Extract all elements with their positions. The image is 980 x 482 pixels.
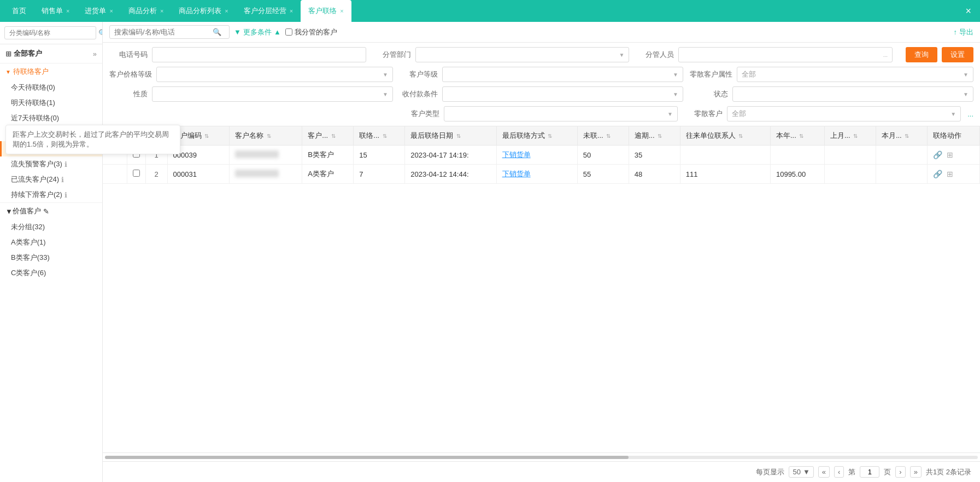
filter-manager-label: 分管人员 <box>636 50 674 60</box>
filter-phone-label: 电话号码 <box>109 50 148 60</box>
nav-purchase-close[interactable]: × <box>109 8 113 14</box>
more-filters-button[interactable]: ... <box>967 110 973 118</box>
sidebar-all-customers-title[interactable]: ⊞ 全部客户 » <box>0 44 102 63</box>
sidebar-item-declining[interactable]: 持续下滑客户(2) ℹ <box>0 187 102 202</box>
sidebar-search-input[interactable] <box>4 26 96 39</box>
filter-manager-select[interactable]: ... <box>678 47 893 62</box>
info-icon-2[interactable]: ℹ <box>64 160 67 169</box>
row1-link-icon[interactable]: 🔗 <box>933 150 942 159</box>
filter-retail-cust-select[interactable]: 全部 ▼ <box>727 106 961 121</box>
sidebar-item-b-class[interactable]: B类客户(33) <box>0 250 102 265</box>
sidebar-pending-contact-group[interactable]: ▼ 待联络客户 <box>0 63 102 80</box>
filter-cust-level-label: 客户等级 <box>400 69 438 79</box>
filter-department: 分管部门 ▼ <box>373 47 630 62</box>
sidebar-item-tomorrow-contact[interactable]: 明天待联络(1) <box>0 95 102 111</box>
per-page-chevron: ▼ <box>803 468 810 476</box>
horizontal-scrollbar[interactable] <box>103 452 980 461</box>
scroll-track <box>105 456 978 459</box>
filter-payment-select[interactable]: ▼ <box>442 86 683 102</box>
sidebar-item-c-class[interactable]: C类客户(6) <box>0 265 102 281</box>
row1-uncontacted: 50 <box>577 146 629 165</box>
filter-retail-attr-select[interactable]: 全部 ▼ <box>737 67 973 82</box>
settings-button[interactable]: 设置 <box>942 47 973 62</box>
col-overdue[interactable]: 逾期... ⇅ <box>629 126 680 146</box>
my-customers-checkbox[interactable] <box>285 28 292 36</box>
sidebar-item-today-contact[interactable]: 今天待联络(0) <box>0 80 102 95</box>
first-page-button[interactable]: « <box>818 466 830 478</box>
row1-last-way[interactable]: 下销货单 <box>496 146 577 165</box>
row2-checkbox[interactable] <box>127 165 145 184</box>
query-button[interactable]: 查询 <box>906 47 937 62</box>
per-page-select[interactable]: 50 ▼ <box>789 466 813 478</box>
nav-customer-contact-close[interactable]: × <box>340 8 343 14</box>
nav-product-analysis[interactable]: 商品分析 × <box>121 0 171 22</box>
row2-select-checkbox[interactable] <box>133 170 140 177</box>
sidebar-collapse-icon[interactable]: » <box>93 50 97 58</box>
prev-page-button[interactable]: ‹ <box>834 466 844 478</box>
sort-icon-person: ⇅ <box>738 133 743 139</box>
col-uncontacted[interactable]: 未联... ⇅ <box>577 126 629 146</box>
row2-code[interactable]: 000031 <box>167 165 230 184</box>
table-row: 2 000031 A类客户 7 <box>103 165 980 184</box>
nav-sales[interactable]: 销售单 × <box>34 0 77 22</box>
search-icon[interactable]: 🔍 <box>213 28 221 36</box>
filter-nature-select[interactable]: ▼ <box>152 86 393 102</box>
filter-payment: 收付款条件 ▼ <box>400 86 683 102</box>
edit-icon[interactable]: ✎ <box>43 207 49 216</box>
sidebar-value-customer-group[interactable]: ▼ 价值客户 ✎ <box>0 202 102 219</box>
nav-customer-contact[interactable]: 客户联络 × <box>301 0 351 22</box>
info-icon-3[interactable]: ℹ <box>61 176 64 184</box>
col-this-month[interactable]: 本月... ⇅ <box>876 126 927 146</box>
sidebar-item-churn-warning[interactable]: 流失预警客户(3) ℹ <box>0 156 102 172</box>
nav-home[interactable]: 首页 <box>4 0 34 22</box>
filter-cust-level-select[interactable]: ▼ <box>442 67 683 82</box>
col-last-date[interactable]: 最后联络日期 ⇅ <box>405 126 496 146</box>
row2-link-icon[interactable]: 🔗 <box>933 170 942 178</box>
col-last-way[interactable]: 最后联络方式 ⇅ <box>496 126 577 146</box>
page-number-input[interactable] <box>860 466 879 478</box>
scroll-thumb[interactable] <box>105 456 629 459</box>
sidebar-item-a-class[interactable]: A类客户(1) <box>0 235 102 250</box>
sidebar-item-ungrouped[interactable]: 未分组(32) <box>0 219 102 235</box>
nav-purchase[interactable]: 进货单 × <box>77 0 120 22</box>
window-close-button[interactable]: × <box>961 5 976 17</box>
col-contact-person[interactable]: 往来单位联系人 ⇅ <box>680 126 770 146</box>
filter-dept-select[interactable]: ▼ <box>415 47 630 62</box>
last-page-button[interactable]: » <box>910 466 922 478</box>
nav-customer-segment-close[interactable]: × <box>290 8 293 14</box>
col-contact[interactable]: 联络... ⇅ <box>354 126 405 146</box>
col-type[interactable]: 客户... ⇅ <box>302 126 354 146</box>
table-container[interactable]: ⚙ 客户编码 ⇅ 客户名称 ⇅ <box>103 126 980 452</box>
next-page-button[interactable]: › <box>895 466 905 478</box>
content-area: 🔍 ▼ 更多条件 ▲ 我分管的客户 ↑ 导出 电话号码 <box>103 22 980 482</box>
row2-grid-icon[interactable]: ⊞ <box>947 170 953 178</box>
chevron-down-icon-3: ▼ <box>619 52 624 58</box>
sidebar-item-7days-contact[interactable]: 近7天待联络(0) <box>0 111 102 126</box>
filter-price-level: 客户价格等级 ▼ <box>109 67 393 82</box>
nav-sales-close[interactable]: × <box>66 8 69 14</box>
filter-price-select[interactable]: ▼ <box>156 67 393 82</box>
search-input[interactable] <box>114 28 213 36</box>
more-conditions-button[interactable]: ▼ 更多条件 ▲ <box>234 27 281 37</box>
nav-product-list[interactable]: 商品分析列表 × <box>171 0 236 22</box>
col-name[interactable]: 客户名称 ⇅ <box>230 126 302 146</box>
sidebar-search-icon[interactable]: 🔍 <box>98 29 103 37</box>
filter-status-select[interactable]: ▼ <box>732 86 973 102</box>
data-table: ⚙ 客户编码 ⇅ 客户名称 ⇅ <box>103 126 980 184</box>
nav-product-list-close[interactable]: × <box>225 8 228 14</box>
nav-product-analysis-close[interactable]: × <box>160 8 163 14</box>
sidebar-item-churned[interactable]: 已流失客户(24) ℹ <box>0 172 102 187</box>
export-button[interactable]: ↑ 导出 <box>954 27 974 37</box>
sidebar-search-area: 🔍 <box>0 22 102 44</box>
col-this-year[interactable]: 本年... ⇅ <box>770 126 824 146</box>
filter-cust-type-select[interactable]: ▼ <box>444 106 678 121</box>
chevron-down-icon-8: ▼ <box>673 91 678 97</box>
filter-phone-input[interactable] <box>152 47 366 62</box>
info-icon-4[interactable]: ℹ <box>64 191 67 199</box>
nav-customer-segment[interactable]: 客户分层经营 × <box>236 0 301 22</box>
col-last-month[interactable]: 上月... ⇅ <box>824 126 876 146</box>
row1-grid-icon[interactable]: ⊞ <box>947 150 953 159</box>
row2-last-way[interactable]: 下销货单 <box>496 165 577 184</box>
filter-row-1: 电话号码 分管部门 ▼ 分管人员 ... <box>109 47 973 62</box>
more-button-area: ... <box>967 110 973 118</box>
